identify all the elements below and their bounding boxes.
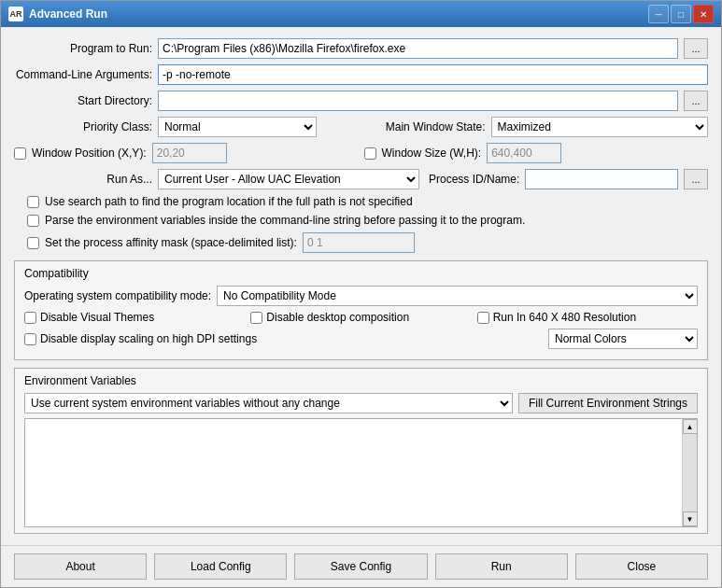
osmode-select[interactable]: No Compatibility Mode Windows XP Windows… [217, 286, 698, 306]
osmode-row: Operating system compatibility mode: No … [24, 286, 698, 306]
program-input[interactable] [158, 38, 678, 59]
footer: About Load Config Save Config Run Close [1, 545, 721, 587]
parseenv-label: Parse the environment variables inside t… [45, 214, 525, 227]
priority-label: Priority Class: [14, 120, 152, 133]
window-title: Advanced Run [29, 7, 648, 21]
affinity-row: Set the process affinity mask (space-del… [14, 232, 708, 253]
compat-checkboxes-row2: Disable display scaling on high DPI sett… [24, 329, 698, 349]
compatibility-group: Compatibility Operating system compatibi… [14, 260, 708, 360]
env-select-row: Use current system environment variables… [24, 393, 698, 413]
winsize-label: Window Size (W,H): [382, 147, 482, 160]
scroll-up-button[interactable]: ▲ [683, 419, 698, 434]
pos-size-row: Window Position (X,Y): Window Size (W,H)… [14, 143, 708, 163]
runas-select[interactable]: Current User - Allow UAC Elevation Curre… [158, 169, 419, 189]
priority-window-row: Priority Class: Normal Idle High Realtim… [14, 117, 708, 137]
cmdline-label: Command-Line Arguments: [14, 68, 152, 81]
winpos-group: Window Position (X,Y): [14, 143, 359, 163]
startdir-browse-button[interactable]: ... [684, 91, 708, 111]
program-browse-button[interactable]: ... [684, 38, 708, 59]
maximize-button[interactable]: □ [671, 5, 691, 23]
close-window-button[interactable]: ✕ [693, 5, 714, 23]
fill-env-button[interactable]: Fill Current Environment Strings [518, 393, 698, 413]
program-row: Program to Run: ... [14, 38, 708, 59]
parseenv-row: Parse the environment variables inside t… [14, 214, 708, 227]
close-button[interactable]: Close [575, 553, 708, 580]
pid-input[interactable] [525, 169, 678, 189]
scroll-down-button[interactable]: ▼ [683, 511, 698, 526]
app-icon: AR [8, 7, 23, 21]
env-textarea-area: ▲ ▼ [24, 418, 698, 527]
run640-label: Run In 640 X 480 Resolution [493, 311, 636, 324]
content-area: Program to Run: ... Command-Line Argumen… [1, 27, 721, 545]
env-select[interactable]: Use current system environment variables… [24, 393, 513, 413]
startdir-input[interactable] [158, 91, 678, 111]
run640-checkbox[interactable] [477, 312, 489, 324]
program-label: Program to Run: [14, 42, 152, 55]
titlebar: AR Advanced Run ─ □ ✕ [1, 1, 721, 27]
compatibility-title: Compatibility [24, 267, 698, 280]
startdir-label: Start Directory: [14, 94, 152, 107]
winpos-input[interactable] [152, 143, 227, 163]
save-config-button[interactable]: Save Config [294, 553, 427, 580]
normal-colors-select[interactable]: Normal Colors 256 Colors 16 Colors [548, 329, 698, 349]
affinity-checkbox[interactable] [27, 237, 39, 249]
disable-themes-label: Disable Visual Themes [40, 311, 154, 324]
about-button[interactable]: About [14, 553, 147, 580]
run-button[interactable]: Run [435, 553, 568, 580]
scroll-track [683, 434, 697, 511]
load-config-button[interactable]: Load Config [154, 553, 287, 580]
pid-browse-button[interactable]: ... [684, 169, 708, 189]
winsize-input[interactable] [487, 143, 561, 163]
winsize-group: Window Size (W,H): [364, 143, 709, 163]
disable-dpi-label: Disable display scaling on high DPI sett… [40, 332, 257, 345]
runas-label: Run As... [14, 173, 152, 186]
searchpath-label: Use search path to find the program loca… [45, 195, 413, 208]
priority-select[interactable]: Normal Idle High Realtime Below Normal A… [158, 117, 317, 137]
env-group: Environment Variables Use current system… [14, 368, 708, 534]
winsize-checkbox[interactable] [364, 147, 376, 160]
cmdline-row: Command-Line Arguments: [14, 64, 708, 85]
parseenv-checkbox[interactable] [27, 215, 39, 227]
cmdline-input[interactable] [158, 64, 708, 85]
mainwindow-select[interactable]: Maximized Normal Minimized Hidden [491, 117, 709, 137]
env-scrollbar: ▲ ▼ [682, 419, 697, 526]
osmode-label: Operating system compatibility mode: [24, 289, 211, 302]
runas-row: Run As... Current User - Allow UAC Eleva… [14, 169, 708, 189]
disable-desktop-checkbox[interactable] [250, 312, 262, 324]
startdir-row: Start Directory: ... [14, 91, 708, 111]
affinity-input[interactable] [303, 232, 415, 253]
winpos-checkbox[interactable] [14, 147, 26, 160]
mainwindow-group: Main Window State: Maximized Normal Mini… [364, 117, 709, 137]
disable-dpi-checkbox[interactable] [24, 333, 36, 345]
mainwindow-label: Main Window State: [364, 120, 486, 133]
searchpath-row: Use search path to find the program loca… [14, 195, 708, 208]
priority-group: Priority Class: Normal Idle High Realtim… [14, 117, 359, 137]
minimize-button[interactable]: ─ [648, 5, 669, 23]
env-content [25, 419, 682, 526]
searchpath-checkbox[interactable] [27, 196, 39, 208]
winpos-label: Window Position (X,Y): [32, 147, 147, 160]
disable-desktop-label: Disable desktop composition [266, 311, 409, 324]
affinity-label: Set the process affinity mask (space-del… [45, 236, 297, 249]
titlebar-buttons: ─ □ ✕ [648, 5, 714, 23]
env-title: Environment Variables [24, 374, 698, 387]
disable-themes-checkbox[interactable] [24, 312, 36, 324]
main-window: AR Advanced Run ─ □ ✕ Program to Run: ..… [0, 0, 722, 588]
compat-checkboxes-row1: Disable Visual Themes Disable desktop co… [24, 311, 698, 324]
pid-label: Process ID/Name: [429, 173, 519, 186]
